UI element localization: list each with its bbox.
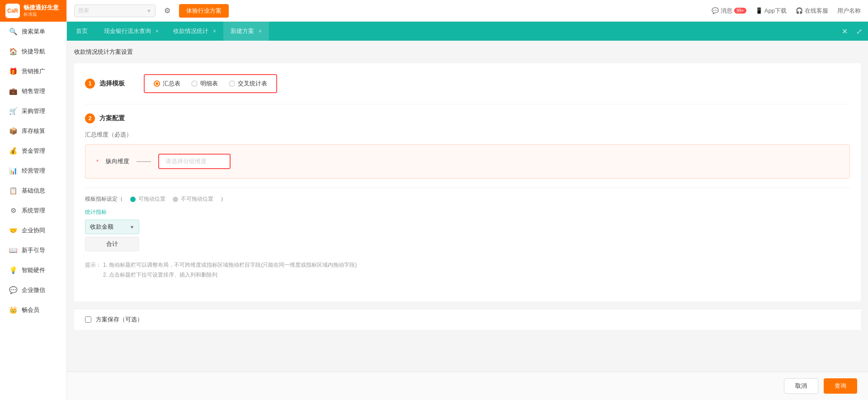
save-checkbox[interactable] (85, 316, 91, 323)
metrics-grid: 收款金额 ▼ 合计 (85, 220, 139, 251)
sidebar-item-system[interactable]: ⚙ 系统管理 (0, 201, 66, 221)
main-area: 搜索 ▼ ⚙ 体验行业方案 💬 消息 99+ 📱 App下载 🎧 在线客服 用 (67, 0, 868, 400)
sidebar-item-label: 企业微信 (22, 286, 45, 294)
required-mark: * (96, 158, 99, 165)
radio-cross[interactable]: 交叉统计表 (229, 80, 267, 88)
tab-home[interactable]: 首页 (67, 22, 97, 41)
radio-label-cross: 交叉统计表 (238, 80, 267, 88)
app-download-button[interactable]: 📱 App下载 (755, 7, 787, 15)
chart-icon: 📊 (9, 167, 17, 175)
trial-button[interactable]: 体验行业方案 (179, 4, 229, 18)
tab-close-icon[interactable]: × (156, 28, 159, 34)
sidebar-item-label: 基础信息 (22, 187, 45, 195)
tip-text-1: 1. 拖动标题栏可以调整布局，不可跨维度或指标区域拖动栏目字段(只能在同一维度或… (103, 260, 357, 270)
tab-bank-flow[interactable]: 现金银行流水查询 × (97, 22, 166, 41)
sidebar-item-label: 资金管理 (22, 147, 45, 155)
main-card: 1 选择模板 汇总表 明细表 (74, 63, 861, 301)
sidebar-item-inventory[interactable]: 📦 库存核算 (0, 121, 66, 141)
money-icon: 💰 (9, 147, 17, 155)
step1-title: 选择模板 (99, 80, 125, 88)
radio-summary[interactable]: 汇总表 (154, 80, 180, 88)
sidebar-item-basic-info[interactable]: 📋 基础信息 (0, 181, 66, 201)
topbar-search-area: 搜索 ▼ (74, 5, 156, 17)
crown-icon: 👑 (9, 306, 17, 314)
sidebar-item-enterprise[interactable]: 🤝 企业协同 (0, 221, 66, 240)
service-icon: 🎧 (796, 7, 803, 14)
tip-item-2: 提示： 2. 点击标题栏下拉可设置排序、插入列和删除列 (85, 270, 850, 280)
step2-header: 2 方案配置 (85, 113, 850, 123)
handshake-icon: 🤝 (9, 226, 17, 235)
dimension-placeholder: 请选择分组维度 (165, 157, 207, 165)
movable-dot (130, 197, 136, 202)
message-button[interactable]: 💬 消息 99+ (712, 7, 746, 15)
sidebar-item-purchase[interactable]: 🛒 采购管理 (0, 101, 66, 121)
dimension-select[interactable]: 请选择分组维度 (158, 154, 231, 169)
tab-label: 首页 (76, 27, 88, 35)
radio-circle-detail (191, 80, 198, 87)
online-service-label: 在线客服 (805, 7, 828, 15)
sidebar-item-label: 新手引导 (22, 246, 45, 254)
sidebar-item-wechat[interactable]: 💬 企业微信 (0, 280, 66, 300)
sidebar-item-search[interactable]: 🔍 搜索菜单 (0, 22, 66, 42)
radio-label-detail: 明细表 (200, 80, 218, 88)
tab-close-icon[interactable]: × (259, 28, 262, 34)
download-icon: 📱 (755, 7, 763, 14)
sidebar-item-sales[interactable]: 💼 销售管理 (0, 81, 66, 101)
sidebar-item-finance[interactable]: 💰 资金管理 (0, 141, 66, 161)
metric-card-label: 收款金额 (90, 223, 113, 231)
user-info[interactable]: 用户名称 (837, 7, 861, 15)
step1-number: 1 (85, 79, 95, 89)
online-service-button[interactable]: 🎧 在线客服 (796, 7, 828, 15)
radio-label-summary: 汇总表 (163, 80, 180, 88)
metrics-section: 模板指标设定（ 可拖动位置 不可拖动位置 ） (85, 188, 850, 251)
tips-section: 提示： 1. 拖动标题栏可以调整布局，不可跨维度或指标区域拖动栏目字段(只能在同… (85, 260, 850, 280)
search-menu-icon: 🔍 (9, 28, 17, 36)
sidebar-item-quicknav[interactable]: 🏠 快捷导航 (0, 42, 66, 61)
logo-main-text: 畅捷通好生意 (24, 4, 59, 11)
section-divider (85, 104, 850, 104)
radio-inner-summary (156, 82, 158, 85)
search-box[interactable]: 搜索 ▼ (74, 5, 156, 17)
tab-new-plan[interactable]: 新建方案 × (223, 22, 269, 41)
content-area: 收款情况统计方案设置 1 选择模板 汇总表 (67, 41, 868, 372)
sidebar-item-hardware[interactable]: 💡 智能硬件 (0, 260, 66, 280)
tab-close-icon[interactable]: × (213, 28, 216, 34)
sidebar-item-label: 快捷导航 (22, 47, 45, 56)
step1-header: 1 选择模板 汇总表 明细表 (85, 74, 850, 93)
query-button[interactable]: 查询 (824, 378, 857, 394)
box-icon: 📦 (9, 127, 17, 135)
gear-button[interactable]: ⚙ (161, 5, 174, 17)
sidebar-item-label: 采购管理 (22, 107, 45, 115)
tip-item-1: 提示： 1. 拖动标题栏可以调整布局，不可跨维度或指标区域拖动栏目字段(只能在同… (85, 260, 850, 270)
message-badge: 99+ (734, 8, 746, 14)
cart-icon: 🛒 (9, 107, 17, 115)
metrics-config-text: 模板指标设定（ (85, 195, 123, 203)
book-icon: 📖 (9, 246, 17, 254)
sidebar-logo: CaR 畅捷通好生意 标准版 (0, 0, 66, 22)
tab-bar-actions: ✕ ⤢ (839, 26, 868, 37)
message-label: 消息 (721, 7, 732, 15)
dropdown-icon: ▼ (146, 8, 151, 14)
tab-payment-stats[interactable]: 收款情况统计 × (166, 22, 223, 41)
gear-nav-icon: ⚙ (9, 207, 17, 215)
radio-circle-cross (229, 80, 235, 87)
sidebar-item-operations[interactable]: 📊 经营管理 (0, 161, 66, 181)
sidebar-item-guide[interactable]: 📖 新手引导 (0, 240, 66, 260)
metric-sub-total: 合计 (85, 237, 139, 251)
sidebar-item-label: 销售管理 (22, 87, 45, 95)
radio-detail[interactable]: 明细表 (191, 80, 218, 88)
dimension-title: 汇总维度（必选） (85, 131, 850, 139)
sidebar-item-marketing[interactable]: 🎁 营销推广 (0, 61, 66, 81)
cancel-button[interactable]: 取消 (784, 378, 818, 394)
step2-title: 方案配置 (99, 114, 125, 122)
tab-maximize-button[interactable]: ⤢ (854, 26, 864, 37)
tab-bar: 首页 现金银行流水查询 × 收款情况统计 × 新建方案 × ✕ ⤢ (67, 22, 868, 41)
metrics-content: 统计指标 收款金额 ▼ 合计 (85, 208, 850, 251)
tab-close-window-button[interactable]: ✕ (839, 26, 850, 37)
fixed-label: 不可拖动位置 (181, 195, 213, 203)
sidebar-item-member[interactable]: 👑 畅会员 (0, 300, 66, 320)
metric-card-payment[interactable]: 收款金额 ▼ (85, 220, 139, 234)
movable-tag: 可拖动位置 (130, 195, 165, 203)
app-download-label: App下载 (764, 7, 787, 15)
topbar-right: 💬 消息 99+ 📱 App下载 🎧 在线客服 用户名称 (712, 7, 861, 15)
